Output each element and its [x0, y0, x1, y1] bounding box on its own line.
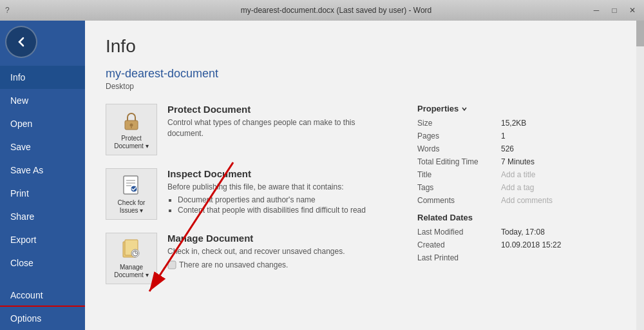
properties-section-title: Properties	[417, 104, 623, 113]
prop-value-words: 526	[501, 144, 514, 153]
manage-card-text: Manage Document Check in, check out, and…	[167, 233, 345, 273]
prop-label-last-modified: Last Modified	[417, 228, 501, 237]
prop-editing-time: Total Editing Time 7 Minutes	[417, 157, 623, 166]
document-name: my-dearest-document	[106, 67, 623, 81]
prop-label-last-printed: Last Printed	[417, 253, 501, 262]
prop-last-printed: Last Printed	[417, 253, 623, 262]
sidebar-item-account[interactable]: Account	[0, 284, 85, 307]
sidebar-item-close[interactable]: Close	[0, 251, 85, 275]
help-button[interactable]: ?	[5, 6, 10, 15]
cards-properties-layout: ProtectDocument ▾ Protect Document Contr…	[106, 104, 623, 297]
prop-comments: Comments Add comments	[417, 196, 623, 205]
minimize-button[interactable]: ─	[590, 4, 603, 17]
check-issues-button[interactable]: Check forIssues ▾	[106, 168, 157, 220]
manage-card-desc: Check in, check out, and recover unsaved…	[167, 246, 345, 257]
content-inner: Info my-dearest-document Desktop	[85, 21, 644, 330]
inspect-bullet-2: Content that people with disabilities fi…	[178, 206, 366, 215]
svg-point-1	[130, 124, 133, 127]
close-button[interactable]: ✕	[626, 4, 639, 17]
inspect-card-text: Inspect Document Before publishing this …	[167, 168, 366, 216]
prop-label-size: Size	[417, 119, 501, 128]
sidebar-item-open[interactable]: Open	[0, 112, 85, 135]
cards-column: ProtectDocument ▾ Protect Document Contr…	[106, 104, 392, 297]
titlebar: ? my-dearest-document.docx (Last saved b…	[0, 0, 644, 21]
prop-pages: Pages 1	[417, 131, 623, 141]
properties-panel: Properties Size 15,2KB Pages 1 Words 526	[417, 104, 623, 297]
app-layout: Info New Open Save Save As Print Share E…	[0, 21, 644, 330]
prop-label-created: Created	[417, 240, 501, 249]
inspect-bullet-1: Document properties and author's name	[178, 195, 366, 204]
sidebar-item-save[interactable]: Save	[0, 135, 85, 159]
prop-size: Size 15,2KB	[417, 119, 623, 128]
protect-card: ProtectDocument ▾ Protect Document Contr…	[106, 104, 392, 155]
prop-tags: Tags Add a tag	[417, 183, 623, 192]
sidebar-item-save-as[interactable]: Save As	[0, 159, 85, 182]
inspect-card-desc: Before publishing this file, be aware th…	[167, 182, 366, 193]
sidebar: Info New Open Save Save As Print Share E…	[0, 21, 85, 330]
inspect-card: Check forIssues ▾ Inspect Document Befor…	[106, 168, 392, 220]
document-location: Desktop	[106, 82, 623, 91]
sidebar-nav: Info New Open Save Save As Print Share E…	[0, 66, 85, 275]
prop-label-editing-time: Total Editing Time	[417, 157, 501, 166]
prop-label-words: Words	[417, 144, 501, 153]
scrollbar[interactable]	[636, 21, 644, 330]
prop-label-comments: Comments	[417, 196, 501, 205]
prop-value-comments[interactable]: Add comments	[501, 196, 553, 205]
protect-card-text: Protect Document Control what types of c…	[167, 104, 392, 142]
sidebar-item-export[interactable]: Export	[0, 228, 85, 251]
related-dates-title: Related Dates	[417, 213, 623, 222]
prop-value-editing-time: 7 Minutes	[501, 157, 535, 166]
titlebar-controls: ─ □ ✕	[590, 4, 639, 17]
content-area: Info my-dearest-document Desktop	[85, 21, 644, 330]
prop-value-title[interactable]: Add a title	[501, 170, 535, 179]
inspect-card-title: Inspect Document	[167, 168, 366, 179]
svg-rect-14	[168, 261, 176, 269]
titlebar-left: ?	[5, 6, 82, 15]
prop-label-pages: Pages	[417, 131, 501, 141]
titlebar-title: my-dearest-document.docx (Last saved by …	[82, 6, 590, 15]
prop-value-pages: 1	[501, 131, 506, 141]
manage-card: ManageDocument ▾ Manage Document Check i…	[106, 233, 392, 284]
prop-value-created: 10.09.2018 15:22	[501, 240, 561, 249]
prop-value-size: 15,2KB	[501, 119, 526, 128]
prop-created: Created 10.09.2018 15:22	[417, 240, 623, 249]
sidebar-bottom: Account Options	[0, 284, 85, 330]
prop-value-tags[interactable]: Add a tag	[501, 183, 534, 192]
prop-label-tags: Tags	[417, 183, 501, 192]
sidebar-item-share[interactable]: Share	[0, 205, 85, 228]
prop-last-modified: Last Modified Today, 17:08	[417, 228, 623, 237]
protect-card-desc: Control what types of changes people can…	[167, 117, 392, 139]
prop-words: Words 526	[417, 144, 623, 153]
back-button[interactable]	[5, 26, 37, 58]
sidebar-item-info[interactable]: Info	[0, 66, 85, 89]
manage-card-title: Manage Document	[167, 233, 345, 244]
protect-card-title: Protect Document	[167, 104, 392, 115]
protect-document-button[interactable]: ProtectDocument ▾	[106, 104, 157, 155]
prop-value-last-modified: Today, 17:08	[501, 228, 545, 237]
scrollbar-thumb[interactable]	[636, 21, 644, 46]
sidebar-item-print[interactable]: Print	[0, 182, 85, 205]
prop-label-title: Title	[417, 170, 501, 179]
page-title: Info	[106, 36, 623, 57]
restore-button[interactable]: □	[608, 4, 621, 17]
prop-title: Title Add a title	[417, 170, 623, 179]
sidebar-item-options[interactable]: Options	[0, 307, 85, 330]
manage-document-button[interactable]: ManageDocument ▾	[106, 233, 157, 284]
manage-card-note: There are no unsaved changes.	[167, 260, 345, 271]
sidebar-item-new[interactable]: New	[0, 89, 85, 112]
